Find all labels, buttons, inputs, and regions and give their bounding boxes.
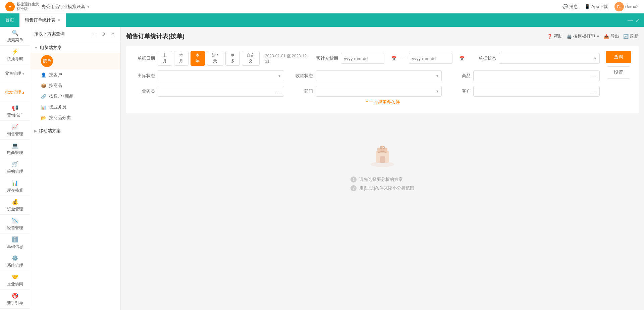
- svg-point-7: [381, 147, 382, 148]
- company-name: 办公用品行业模拟账套: [42, 4, 85, 10]
- empty-state: 1 请先选择要分析的方案 2 用[过滤]条件来缩小分析范围: [126, 117, 639, 211]
- active-scheme-badge: 按单: [41, 55, 53, 67]
- date-btn-7days[interactable]: 近7天: [207, 51, 223, 66]
- user-area[interactable]: Ea demo2: [614, 2, 639, 11]
- scheme-by-customer[interactable]: 👤 按客户: [30, 69, 120, 80]
- filter-row-3: 业务员 ··· 部门 ▼: [131, 86, 600, 97]
- delivery-status-select[interactable]: [158, 70, 284, 81]
- tab-minimize-icon[interactable]: —: [628, 17, 633, 23]
- bill-status-label: 单据状态: [473, 55, 496, 61]
- empty-tips: 1 请先选择要分析的方案 2 用[过滤]条件来缩小分析范围: [351, 176, 414, 191]
- collapse-icon: «: [111, 31, 114, 37]
- company-selector[interactable]: 办公用品行业模拟账套 ▼: [42, 4, 90, 10]
- customer-input[interactable]: [473, 86, 600, 97]
- scheme-by-salesman[interactable]: 📊 按业务员: [30, 102, 120, 112]
- basic-icon: ℹ️: [12, 236, 18, 243]
- svg-rect-9: [380, 156, 385, 163]
- sidebar-item-purchase[interactable]: 🛒 采购管理: [0, 158, 30, 177]
- print-icon: 🖨️: [567, 34, 572, 39]
- sidebar-item-collab[interactable]: 🤝 企业协同: [0, 271, 30, 290]
- print-label: 按模板打印: [573, 33, 595, 39]
- expected-date-start-wrapper: 📅: [341, 53, 399, 64]
- app-download-button[interactable]: 📱 App下载: [585, 4, 608, 10]
- right-content: 销售订单统计表(按单) ❓ 帮助 🖨️ 按模板打印 ▼ 📤 导出 🔄 刷新: [121, 27, 644, 310]
- print-dropdown-icon: ▼: [596, 35, 600, 38]
- sidebar-label-guide: 新手引导: [7, 300, 23, 306]
- sidebar-item-operations[interactable]: 📉 经营管理: [0, 215, 30, 234]
- sidebar-item-inventory[interactable]: 📊 库存核算: [0, 177, 30, 196]
- refresh-icon: 🔄: [623, 34, 629, 39]
- sidebar-item-quick-nav[interactable]: ⚡ 快捷导航: [0, 46, 30, 64]
- sidebar-item-ecommerce[interactable]: 💻 电商管理: [0, 140, 30, 158]
- add-scheme-button[interactable]: +: [90, 30, 98, 38]
- date-btn-more[interactable]: 更多: [225, 51, 240, 66]
- sidebar-item-guide[interactable]: 🎯 新手引导: [0, 290, 30, 309]
- sales-icon: 📈: [12, 123, 18, 130]
- sidebar-label-marketing: 营销推广: [7, 112, 23, 118]
- sidebar-item-marketing[interactable]: 📢 营销推广: [0, 102, 30, 121]
- product-input[interactable]: [473, 70, 600, 81]
- active-scheme-label: 按单: [43, 58, 51, 64]
- scheme-by-customer-product[interactable]: 🔗 按客户+商品: [30, 91, 120, 102]
- payment-status-select[interactable]: [316, 70, 442, 81]
- scheme-by-product[interactable]: 📦 按商品: [30, 80, 120, 91]
- department-select[interactable]: [316, 86, 442, 97]
- sidebar-item-sales[interactable]: 📈 销售管理: [0, 121, 30, 140]
- tab-close-icon[interactable]: ×: [58, 18, 60, 22]
- page-title: 销售订单统计表(按单): [126, 32, 184, 40]
- sidebar-item-search[interactable]: 🔍 搜索菜单: [0, 27, 30, 46]
- collab-icon: 🤝: [12, 274, 18, 280]
- phone-icon: 📱: [585, 4, 590, 9]
- date-btn-custom[interactable]: 自定义: [242, 51, 260, 66]
- settings-scheme-button[interactable]: ⊙: [100, 30, 107, 38]
- filter-row-1: 单据日期 上月 本月 本年 近7天 更多 自定义 2023-01-01 至 20…: [131, 51, 600, 66]
- sidebar-item-retail[interactable]: 零售管理 ▼: [0, 64, 30, 83]
- salesman-input[interactable]: [158, 86, 284, 97]
- expected-date-end-input[interactable]: [409, 53, 452, 64]
- scheme-by-category[interactable]: 📂 按商品分类: [30, 112, 120, 123]
- query-button[interactable]: 查询: [606, 51, 631, 63]
- date-btn-this-month[interactable]: 本月: [174, 51, 189, 66]
- retail-arrow-icon: ▼: [22, 72, 25, 75]
- message-button[interactable]: 💬 消息: [562, 4, 578, 10]
- desktop-group-title[interactable]: ▼ 电脑端方案: [30, 43, 120, 53]
- mobile-group-title[interactable]: ▶ 移动端方案: [30, 126, 120, 136]
- tab-maximize-icon[interactable]: ⤢: [636, 17, 640, 23]
- tab-sales-order[interactable]: 销售订单统计表 ×: [19, 13, 66, 27]
- app-download-label: App下载: [591, 4, 608, 10]
- calendar-end-icon: 📅: [459, 56, 465, 61]
- sidebar-label-basic: 基础信息: [7, 244, 23, 250]
- sidebar-label-search: 搜索菜单: [7, 37, 23, 43]
- sidebar-item-apps[interactable]: 📱 应用中心: [0, 309, 30, 310]
- search-icon: 🔍: [12, 30, 18, 36]
- export-label: 导出: [610, 33, 619, 39]
- tab-bar: 首页 销售订单统计表 × — ⤢: [0, 13, 644, 27]
- export-button[interactable]: 📤 导出: [604, 33, 619, 39]
- sidebar-label-collab: 企业协同: [7, 281, 23, 287]
- collapse-panel-button[interactable]: «: [109, 30, 116, 38]
- sidebar-item-wholesale[interactable]: 批发管理 ▲: [0, 83, 30, 102]
- purchase-icon: 🛒: [12, 161, 18, 167]
- refresh-button[interactable]: 🔄 刷新: [623, 33, 639, 39]
- scheme-by-order[interactable]: 按单: [30, 53, 120, 69]
- payment-status-wrapper: ▼: [316, 70, 442, 81]
- date-btn-last-month[interactable]: 上月: [158, 51, 172, 66]
- sidebar-item-basic[interactable]: ℹ️ 基础信息: [0, 234, 30, 252]
- date-btn-this-year[interactable]: 本年: [191, 51, 205, 66]
- tab-home[interactable]: 首页: [0, 13, 19, 27]
- settings-button[interactable]: 设置: [607, 66, 630, 79]
- sidebar-item-system[interactable]: ⚙️ 系统管理: [0, 252, 30, 271]
- sidebar: 🔍 搜索菜单 ⚡ 快捷导航 零售管理 ▼ 批发管理 ▲ 📢 营销推广 📈 销售管…: [0, 27, 30, 310]
- page-actions: ❓ 帮助 🖨️ 按模板打印 ▼ 📤 导出 🔄 刷新: [547, 33, 639, 39]
- filter-main-layout: 单据日期 上月 本月 本年 近7天 更多 自定义 2023-01-01 至 20…: [131, 51, 633, 97]
- expected-date-start-input[interactable]: [341, 53, 384, 64]
- bill-status-select[interactable]: [499, 53, 600, 64]
- guide-icon: 🎯: [12, 293, 18, 299]
- by-customer-icon: 👤: [41, 72, 46, 78]
- collapse-bar[interactable]: ⌃⌃ 收起更多条件: [131, 97, 633, 108]
- mobile-scheme-group: ▶ 移动端方案: [30, 124, 120, 137]
- print-button[interactable]: 🖨️ 按模板打印 ▼: [567, 33, 600, 39]
- svg-point-8: [383, 147, 384, 148]
- help-button[interactable]: ❓ 帮助: [547, 33, 562, 39]
- sidebar-item-finance[interactable]: 💰 资金管理: [0, 196, 30, 215]
